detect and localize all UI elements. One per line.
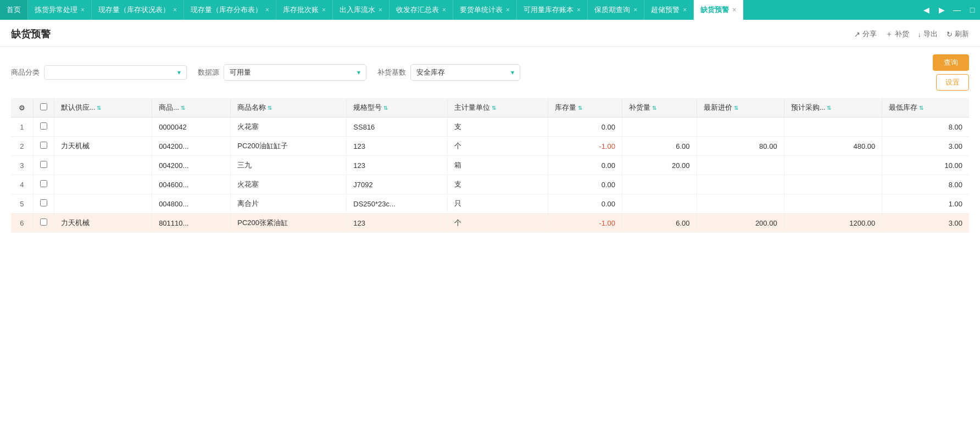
cell-estimated-purchase: 480.00 [784,137,882,156]
cell-min-stock: 3.00 [882,137,969,156]
cell-checkbox[interactable] [33,175,54,194]
cell-latest-price: 200.00 [697,214,784,233]
close-tab-overstock[interactable]: × [683,6,687,14]
th-checkbox[interactable] [33,98,54,117]
tab-shortage[interactable]: 缺货预警 × [694,0,743,20]
close-tab-available-ledger[interactable]: × [577,6,581,14]
cell-checkbox[interactable] [33,137,54,156]
table-row: 3 004200... 三九 123 箱 0.00 20.00 10.00 [11,156,969,175]
tab-next-button[interactable]: ▶ [934,0,949,20]
row-checkbox[interactable] [40,122,47,130]
settings-button[interactable]: 设置 [936,74,969,91]
cell-product-name: 火花塞 [231,117,347,137]
th-unit[interactable]: 主计量单位 ⇅ [447,98,548,117]
tab-home[interactable]: 首页 [0,0,28,20]
close-tab-stock-batch[interactable]: × [322,6,326,14]
cell-product-code: 004600... [152,175,231,194]
close-tab-expiry[interactable]: × [633,6,637,14]
tab-stock-batch[interactable]: 库存批次账 × [276,0,333,20]
export-action[interactable]: ↓ 导出 [918,29,938,39]
tab-inout-flow[interactable]: 出入库流水 × [333,0,389,20]
cell-unit: 个 [447,214,548,233]
cell-checkbox[interactable] [33,156,54,175]
tab-overstock[interactable]: 超储预警 × [644,0,694,20]
cell-estimated-purchase [784,156,882,175]
cell-product-code: 0000042 [152,117,231,137]
replenish-base-select[interactable]: 安全库存 ▾ [410,64,520,81]
cell-index: 1 [11,117,33,137]
th-latest-price[interactable]: 最新进价 ⇅ [697,98,784,117]
datasource-select[interactable]: 可用量 ▾ [224,64,366,81]
th-estimated-purchase[interactable]: 预计采购... ⇅ [784,98,882,117]
cell-checkbox[interactable] [33,214,54,233]
th-replenish[interactable]: 补货量 ⇅ [622,98,697,117]
main-content: 缺货预警 ↗ 分享 ＋ 补货 ↓ 导出 ↻ 刷新 商品分类 [0,20,980,437]
close-tab-order-stat[interactable]: × [506,6,510,14]
sort-icon-stock: ⇅ [578,105,582,111]
tab-maximize-button[interactable]: □ [965,0,980,20]
tab-expiry[interactable]: 保质期查询 × [588,0,644,20]
table-header-row: ⚙ 默认供应... ⇅ 商品... ⇅ [11,98,969,117]
th-min-stock[interactable]: 最低库存 ⇅ [882,98,969,117]
tab-order-stat[interactable]: 要货单统计表 × [453,0,517,20]
th-gear[interactable]: ⚙ [11,98,33,117]
sort-icon-spec: ⇅ [383,105,388,111]
tab-available-ledger[interactable]: 可用量库存账本 × [517,0,588,20]
row-checkbox[interactable] [40,199,47,206]
sort-icon-estimated-purchase: ⇅ [827,105,831,111]
close-tab-stock-dist[interactable]: × [265,6,269,14]
close-tab-stock-status[interactable]: × [173,6,177,14]
sort-icon-supplier: ⇅ [97,105,101,111]
table-container: ⚙ 默认供应... ⇅ 商品... ⇅ [0,98,980,233]
cell-supplier: 力天机械 [54,137,152,156]
close-tab-exception[interactable]: × [81,6,85,14]
header-actions: ↗ 分享 ＋ 补货 ↓ 导出 ↻ 刷新 [854,29,970,39]
select-all-checkbox[interactable] [40,103,47,110]
category-select[interactable]: ▾ [44,65,187,80]
th-product-name[interactable]: 商品名称 ⇅ [231,98,347,117]
cell-product-code: 004200... [152,137,231,156]
row-checkbox[interactable] [40,218,47,226]
tab-stock-dist[interactable]: 现存量（库存分布表） × [184,0,276,20]
row-checkbox[interactable] [40,180,47,187]
category-label: 商品分类 [11,68,40,77]
cell-product-name: 三九 [231,156,347,175]
share-action[interactable]: ↗ 分享 [854,29,877,39]
cell-min-stock: 3.00 [882,214,969,233]
th-stock[interactable]: 库存量 ⇅ [548,98,622,117]
cell-spec: 123 [347,137,448,156]
close-tab-shortage[interactable]: × [732,6,736,14]
cell-spec: J7092 [347,175,448,194]
replenish-icon: ＋ [886,29,893,39]
close-tab-inout-flow[interactable]: × [378,6,382,14]
cell-replenish: 6.00 [622,137,697,156]
cell-supplier [54,117,152,137]
tab-receive-summary[interactable]: 收发存汇总表 × [389,0,453,20]
cell-stock: 0.00 [548,156,622,175]
tab-minimize-button[interactable]: — [949,0,965,20]
tab-prev-button[interactable]: ◀ [918,0,934,20]
row-checkbox[interactable] [40,142,47,149]
cell-min-stock: 10.00 [882,156,969,175]
sort-icon-product-name: ⇅ [268,105,272,111]
datasource-filter-group: 数据源 可用量 ▾ [198,64,366,81]
th-product-code[interactable]: 商品... ⇅ [152,98,231,117]
th-supplier[interactable]: 默认供应... ⇅ [54,98,152,117]
cell-estimated-purchase: 1200.00 [784,214,882,233]
tab-exception[interactable]: 拣货异常处理 × [28,0,92,20]
category-filter-group: 商品分类 ▾ [11,65,187,80]
refresh-action[interactable]: ↻ 刷新 [946,29,969,39]
tab-bar: 首页 拣货异常处理 × 现存量（库存状况表） × 现存量（库存分布表） × 库存… [0,0,980,20]
cell-spec: DS250*23c... [347,194,448,214]
tab-stock-status[interactable]: 现存量（库存状况表） × [92,0,184,20]
cell-index: 6 [11,214,33,233]
close-tab-receive-summary[interactable]: × [442,6,446,14]
row-checkbox[interactable] [40,161,47,168]
cell-supplier [54,194,152,214]
cell-checkbox[interactable] [33,194,54,214]
cell-checkbox[interactable] [33,117,54,137]
query-button[interactable]: 查询 [933,54,969,71]
replenish-action[interactable]: ＋ 补货 [886,29,909,39]
th-spec[interactable]: 规格型号 ⇅ [347,98,448,117]
table-row: 2 力天机械 004200... PC200油缸缸子 123 个 -1.00 6… [11,137,969,156]
